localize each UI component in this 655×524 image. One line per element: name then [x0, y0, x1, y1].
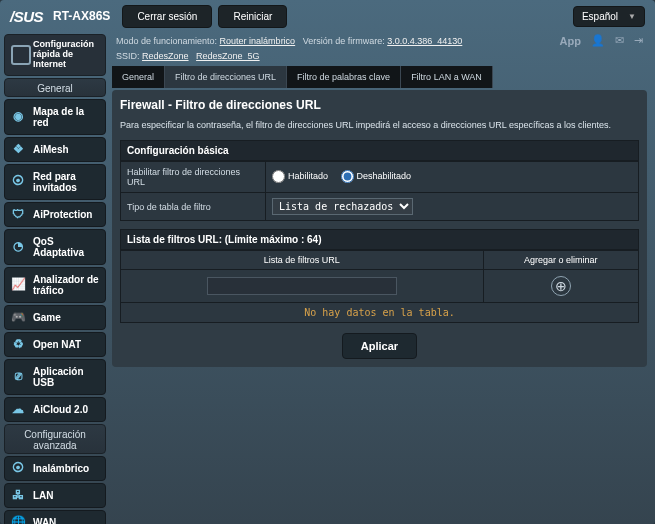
- main-panel: Firewall - Filtro de direcciones URL Par…: [112, 90, 647, 367]
- col-add-remove: Agregar o eliminar: [483, 251, 638, 270]
- basic-config-header: Configuración básica: [120, 140, 639, 161]
- usb-icon: ⎚: [11, 370, 25, 384]
- filter-type-select[interactable]: Lista de rechazados: [272, 198, 413, 215]
- language-dropdown[interactable]: Español ▼: [573, 6, 645, 27]
- user-icon[interactable]: 👤: [591, 34, 605, 47]
- mode-label: Modo de funcionamiento:: [116, 36, 217, 46]
- sidebar-item-game[interactable]: 🎮Game: [4, 305, 106, 330]
- sidebar-item-label: Red para invitados: [33, 171, 101, 193]
- sidebar-item-label: Inalámbrico: [33, 463, 89, 474]
- sidebar-section-general: General: [4, 78, 106, 97]
- tab-keyword-filter[interactable]: Filtro de palabras clave: [287, 66, 401, 88]
- language-label: Español: [582, 11, 618, 22]
- col-url-list: Lista de filtros URL: [121, 251, 484, 270]
- sidebar-item-usb-app[interactable]: ⎚Aplicación USB: [4, 359, 106, 395]
- logout-icon[interactable]: ⇥: [634, 34, 643, 47]
- sidebar-item-label: WAN: [33, 517, 56, 524]
- sidebar-item-label: LAN: [33, 490, 54, 501]
- fw-value-link[interactable]: 3.0.0.4.386_44130: [387, 36, 462, 46]
- email-icon[interactable]: ✉: [615, 34, 624, 47]
- sidebar-item-open-nat[interactable]: ♻Open NAT: [4, 332, 106, 357]
- sidebar-item-label: AiMesh: [33, 144, 69, 155]
- wifi-icon: ⦿: [11, 461, 25, 475]
- radio-disabled[interactable]: Deshabilitado: [341, 170, 412, 183]
- sidebar-item-aicloud[interactable]: ☁AiCloud 2.0: [4, 397, 106, 422]
- sidebar-item-label: QoS Adaptativa: [33, 236, 101, 258]
- app-link[interactable]: App: [560, 35, 581, 47]
- panel-title: Firewall - Filtro de direcciones URL: [120, 98, 639, 112]
- tab-lan-to-wan[interactable]: Filtro LAN a WAN: [401, 66, 493, 88]
- sidebar-item-label: AiProtection: [33, 209, 92, 220]
- sidebar-item-guest-network[interactable]: ⦿Red para invitados: [4, 164, 106, 200]
- filter-type-label: Tipo de tabla de filtro: [121, 193, 266, 221]
- mode-value-link[interactable]: Router inalámbrico: [220, 36, 296, 46]
- top-bar: /SUS RT-AX86S Cerrar sesión Reiniciar Es…: [0, 0, 655, 32]
- ssid1-link[interactable]: RedesZone: [142, 51, 189, 61]
- wan-icon: 🌐: [11, 515, 25, 524]
- sidebar-item-label: Aplicación USB: [33, 366, 101, 388]
- sidebar-section-advanced: Configuración avanzada: [4, 424, 106, 454]
- guest-icon: ⦿: [11, 175, 25, 189]
- add-button[interactable]: ⊕: [551, 276, 571, 296]
- radio-enabled-label: Habilitado: [288, 171, 328, 181]
- gauge-icon: ◔: [11, 240, 25, 254]
- quick-setup-button[interactable]: Configuración rápida de Internet: [4, 34, 106, 76]
- radio-disabled-label: Deshabilitado: [357, 171, 412, 181]
- ssid2-link[interactable]: RedesZone_5G: [196, 51, 260, 61]
- status-line-1: Modo de funcionamiento: Router inalámbri…: [112, 32, 647, 49]
- sidebar-item-label: AiCloud 2.0: [33, 404, 88, 415]
- globe-icon: ◉: [11, 110, 25, 124]
- status-line-2: SSID: RedesZone RedesZone_5G: [112, 49, 647, 63]
- sidebar-item-label: Analizador de tráfico: [33, 274, 101, 296]
- cloud-icon: ☁: [11, 402, 25, 416]
- url-list-header: Lista de filtros URL: (Límite máximo : 6…: [120, 229, 639, 250]
- gamepad-icon: 🎮: [11, 310, 25, 324]
- sidebar-item-wireless[interactable]: ⦿Inalámbrico: [4, 456, 106, 481]
- sidebar: Configuración rápida de Internet General…: [0, 32, 106, 524]
- sidebar-item-label: Open NAT: [33, 339, 81, 350]
- shield-icon: 🛡: [11, 207, 25, 221]
- panel-desc: Para especificar la contraseña, el filtr…: [120, 120, 639, 130]
- quick-setup-label: Configuración rápida de Internet: [33, 40, 100, 70]
- ssid-label: SSID:: [116, 51, 140, 61]
- sidebar-item-aiprotection[interactable]: 🛡AiProtection: [4, 202, 106, 227]
- enable-filter-label: Habilitar filtro de direcciones URL: [121, 162, 266, 193]
- url-input[interactable]: [207, 277, 397, 295]
- chart-icon: 📈: [11, 278, 25, 292]
- sidebar-item-label: Mapa de la red: [33, 106, 101, 128]
- sidebar-item-traffic-analyzer[interactable]: 📈Analizador de tráfico: [4, 267, 106, 303]
- fw-label: Versión de firmware:: [303, 36, 385, 46]
- tab-general[interactable]: General: [112, 66, 165, 88]
- lan-icon: 🖧: [11, 488, 25, 502]
- sidebar-item-aimesh[interactable]: ❖AiMesh: [4, 137, 106, 162]
- sidebar-item-lan[interactable]: 🖧LAN: [4, 483, 106, 508]
- apply-button[interactable]: Aplicar: [342, 333, 417, 359]
- tab-url-filter[interactable]: Filtro de direcciones URL: [165, 66, 287, 88]
- sidebar-item-label: Game: [33, 312, 61, 323]
- brand-logo: /SUS: [10, 8, 43, 25]
- logout-button[interactable]: Cerrar sesión: [122, 5, 212, 28]
- sidebar-item-qos[interactable]: ◔QoS Adaptativa: [4, 229, 106, 265]
- nat-icon: ♻: [11, 337, 25, 351]
- sidebar-item-wan[interactable]: 🌐WAN: [4, 510, 106, 524]
- reboot-button[interactable]: Reiniciar: [218, 5, 287, 28]
- mesh-icon: ❖: [11, 142, 25, 156]
- no-data-message: No hay datos en la tabla.: [120, 303, 639, 323]
- sidebar-item-network-map[interactable]: ◉Mapa de la red: [4, 99, 106, 135]
- tabs: General Filtro de direcciones URL Filtro…: [112, 66, 647, 88]
- chevron-down-icon: ▼: [628, 12, 636, 21]
- model-name: RT-AX86S: [53, 9, 110, 23]
- radio-enabled[interactable]: Habilitado: [272, 170, 328, 183]
